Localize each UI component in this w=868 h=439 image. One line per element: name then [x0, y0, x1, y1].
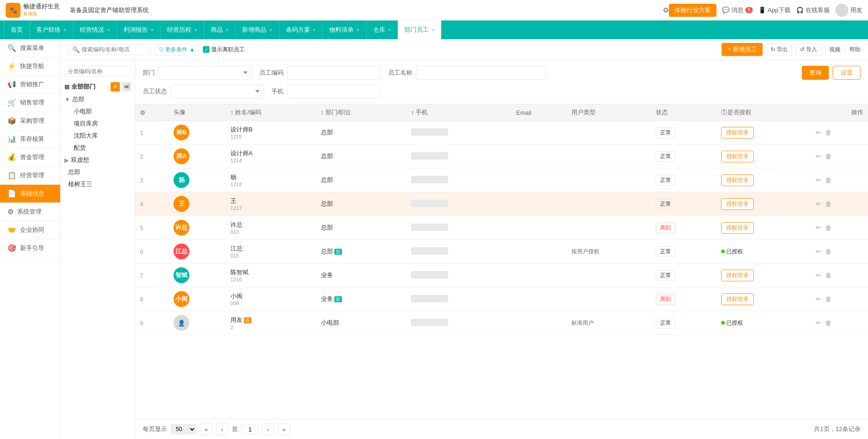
sidebar-item-新手引导[interactable]: 🎯新手引导	[0, 239, 60, 258]
close-tab-icon[interactable]: ×	[431, 27, 434, 33]
sidebar-item-库存核算[interactable]: 📊库存核算	[0, 130, 60, 148]
tree-node-zongbu2[interactable]: 总部	[61, 166, 135, 178]
nav-tab-商品[interactable]: 商品×	[204, 21, 236, 39]
nav-tab-经营历程[interactable]: 经营历程×	[160, 21, 204, 39]
filter-status-select[interactable]	[171, 84, 264, 98]
export-button[interactable]: ↻ 导出	[766, 43, 792, 56]
settings-icon[interactable]: ⚙	[663, 6, 669, 14]
add-employee-button[interactable]: + 新增员工	[722, 43, 762, 56]
close-tab-icon[interactable]: ×	[388, 27, 391, 33]
auth-button[interactable]: 授权登录	[721, 222, 754, 234]
tree-node-project[interactable]: 项目库房	[66, 118, 135, 130]
close-tab-icon[interactable]: ×	[269, 27, 272, 33]
col-settings[interactable]: ⚙	[135, 105, 169, 121]
sidebar-item-资金管理[interactable]: 💰资金管理	[0, 148, 60, 167]
trial-button[interactable]: 体验行业方案	[669, 4, 716, 17]
page-size-select[interactable]: 50 100	[171, 424, 196, 434]
filter-empcode-input[interactable]	[287, 66, 381, 80]
edit-icon[interactable]: ✏	[816, 248, 821, 255]
nav-tab-仓库[interactable]: 仓库×	[367, 21, 398, 39]
filter-search-button[interactable]: 查询	[802, 66, 829, 80]
auth-button[interactable]: 授权登录	[721, 198, 754, 210]
close-tab-icon[interactable]: ×	[63, 27, 66, 33]
edit-icon[interactable]: ✏	[816, 272, 821, 279]
nav-tab-利润报告[interactable]: 利润报告×	[117, 21, 160, 39]
first-page-button[interactable]: «	[200, 423, 212, 435]
more-filter-button[interactable]: ▽ 更多条件 ▲	[155, 44, 199, 56]
edit-icon[interactable]: ✏	[816, 295, 821, 303]
delete-icon[interactable]: 🗑	[825, 129, 832, 136]
sidebar-item-企业协同[interactable]: 🤝企业协同	[0, 221, 60, 239]
current-page-input[interactable]	[242, 425, 258, 434]
tree-node-peihuo[interactable]: 配货	[66, 142, 135, 154]
sidebar-item-销售管理[interactable]: 🛒销售管理	[0, 94, 60, 112]
filter-phone-input[interactable]	[287, 84, 381, 98]
auth-button[interactable]: 授权登录	[721, 174, 754, 186]
tree-add-icon[interactable]: +	[111, 82, 120, 91]
edit-icon[interactable]: ✏	[816, 319, 821, 327]
close-tab-icon[interactable]: ×	[313, 27, 316, 33]
close-tab-icon[interactable]: ×	[356, 27, 359, 33]
tree-node-shenyang[interactable]: 沈阳大库	[66, 130, 135, 142]
close-tab-icon[interactable]: ×	[226, 27, 229, 33]
app-download-button[interactable]: 📱 App下载	[758, 6, 791, 14]
sidebar-item-快捷导航[interactable]: ⚡快捷导航	[0, 57, 60, 76]
sidebar-item-采购管理[interactable]: 📦采购管理	[0, 112, 60, 130]
tree-search-input[interactable]	[68, 68, 135, 75]
auth-button[interactable]: 授权登录	[721, 293, 754, 305]
help-button[interactable]: 帮助	[849, 46, 861, 54]
prev-page-button[interactable]: ‹	[216, 423, 228, 435]
nav-tab-部门员工[interactable]: 部门员工×	[398, 21, 441, 39]
sidebar-item-营销推广[interactable]: 📢营销推广	[0, 76, 60, 94]
edit-icon[interactable]: ✏	[816, 200, 821, 208]
import-button[interactable]: ↺ 导入	[796, 43, 821, 56]
show-resign-toggle[interactable]: ✓ 显示离职员工	[203, 46, 245, 54]
delete-icon[interactable]: 🗑	[825, 248, 832, 255]
close-tab-icon[interactable]: ×	[151, 27, 153, 33]
delete-icon[interactable]: 🗑	[825, 272, 832, 279]
col-dept[interactable]: ↕ 部门/职位	[316, 105, 407, 121]
close-tab-icon[interactable]: ×	[107, 27, 110, 33]
filter-dept-select[interactable]	[159, 66, 252, 80]
last-page-button[interactable]: »	[278, 423, 290, 435]
delete-icon[interactable]: 🗑	[825, 176, 832, 184]
tree-search-box[interactable]: 🔍	[64, 66, 131, 77]
auth-button[interactable]: 授权登录	[721, 151, 754, 162]
search-box[interactable]: 🔍	[68, 44, 151, 55]
tree-node-shuangxu[interactable]: ▶ 双虚想	[61, 154, 135, 166]
delete-icon[interactable]: 🗑	[825, 200, 832, 208]
nav-tab-经营情况[interactable]: 经营情况×	[73, 21, 117, 39]
user-menu-button[interactable]: 用友	[835, 4, 862, 17]
sidebar-item-经营管理[interactable]: 📋经营管理	[0, 167, 60, 185]
tree-node-zongbu[interactable]: ▼ 总部	[61, 93, 135, 105]
delete-icon[interactable]: 🗑	[825, 295, 832, 303]
tree-all-header[interactable]: ⊞ 全部部门 + ≪	[61, 80, 135, 93]
filter-empname-input[interactable]	[416, 66, 547, 80]
edit-icon[interactable]: ✏	[816, 129, 821, 136]
edit-icon[interactable]: ✏	[816, 153, 821, 160]
message-button[interactable]: 💬 消息 5	[722, 6, 753, 14]
auth-button[interactable]: 授权登录	[721, 270, 754, 281]
delete-icon[interactable]: 🗑	[825, 153, 832, 160]
sidebar-item-基础信息[interactable]: 📄基础信息	[0, 185, 60, 203]
edit-icon[interactable]: ✏	[816, 224, 821, 231]
nav-tab-客户联络[interactable]: 客户联络×	[30, 21, 73, 39]
nav-tab-条码方案[interactable]: 条码方案×	[279, 21, 323, 39]
col-phone[interactable]: ↕ 手机	[406, 105, 512, 121]
view-button[interactable]: 视频	[829, 46, 840, 54]
sidebar-item-搜索菜单[interactable]: 🔍搜索菜单	[0, 39, 60, 57]
edit-icon[interactable]: ✏	[816, 176, 821, 184]
sidebar-item-系统管理[interactable]: ⚙系统管理	[0, 203, 60, 221]
nav-tab-物料清单[interactable]: 物料清单×	[323, 21, 366, 39]
close-tab-icon[interactable]: ×	[194, 27, 197, 33]
delete-icon[interactable]: 🗑	[825, 319, 832, 327]
tree-node-zhishu[interactable]: 植树王三	[61, 178, 135, 190]
tree-collapse-icon[interactable]: ≪	[122, 82, 131, 91]
online-service-button[interactable]: 🎧 在线客服	[796, 6, 830, 14]
search-input[interactable]	[82, 46, 147, 53]
tree-node-xiaodian[interactable]: 小电部	[66, 105, 135, 118]
next-page-button[interactable]: ›	[262, 423, 274, 435]
nav-tab-首页[interactable]: 首页	[4, 21, 30, 39]
delete-icon[interactable]: 🗑	[825, 224, 832, 231]
col-name[interactable]: ↕ 姓名/编码	[226, 105, 316, 121]
